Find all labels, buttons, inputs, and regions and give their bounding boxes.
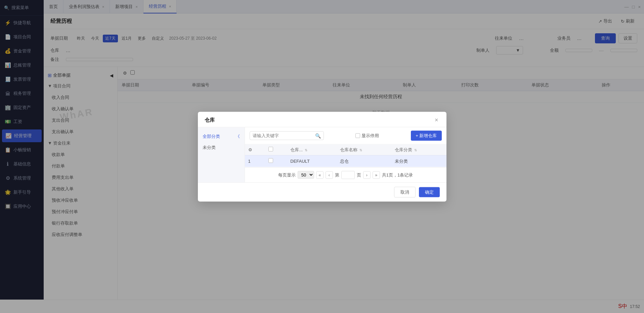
- modal-page-suffix: 页: [357, 172, 361, 178]
- modal-last-page[interactable]: »: [373, 171, 380, 179]
- row-check[interactable]: [265, 155, 287, 167]
- warehouse-modal: 仓库 × 全部分类 《 未分类 🔍 显示停用: [198, 112, 446, 201]
- show-disabled-checkbox[interactable]: [355, 133, 360, 138]
- modal-right-panel: 🔍 显示停用 + 新增仓库 ⚙ 仓库...: [245, 127, 446, 182]
- modal-close-button[interactable]: ×: [433, 116, 440, 123]
- modal-per-page-label: 每页显示: [278, 172, 296, 178]
- modal-select-all[interactable]: [268, 147, 273, 152]
- row-name: 总仓: [337, 155, 391, 167]
- modal-per-page-select[interactable]: 50: [298, 171, 314, 179]
- modal-next-page[interactable]: ›: [363, 171, 371, 179]
- modal-search-input[interactable]: [253, 133, 313, 138]
- modal-page-label: 第: [335, 172, 339, 178]
- modal-all-category[interactable]: 全部分类 《: [198, 130, 245, 142]
- table-row[interactable]: 1 DEFAULT 总仓 未分类: [245, 155, 446, 167]
- modal-col-category: 仓库分类 ⇅: [391, 144, 446, 155]
- collapse-left-icon[interactable]: 《: [235, 133, 240, 139]
- modal-body: 全部分类 《 未分类 🔍 显示停用 + 新增仓库: [198, 127, 446, 182]
- all-category-label: 全部分类: [203, 133, 220, 139]
- modal-col-check: [265, 144, 287, 155]
- modal-category-unclassified[interactable]: 未分类: [198, 142, 245, 153]
- modal-left-panel: 全部分类 《 未分类: [198, 127, 245, 182]
- modal-title: 仓库: [205, 117, 215, 123]
- modal-total-label: 共1页，1条记录: [382, 172, 413, 178]
- modal-table: ⚙ 仓库... ⇅ 仓库名称 ⇅ 仓库分类: [245, 144, 446, 167]
- modal-first-page[interactable]: «: [316, 171, 324, 179]
- modal-table-container: ⚙ 仓库... ⇅ 仓库名称 ⇅ 仓库分类: [245, 144, 446, 167]
- row-code: DEFAULT: [287, 155, 337, 167]
- modal-col-code: 仓库... ⇅: [287, 144, 337, 155]
- confirm-button[interactable]: 确定: [419, 187, 440, 197]
- modal-col-settings[interactable]: ⚙: [245, 144, 265, 155]
- search-icon: 🔍: [315, 133, 321, 138]
- show-disabled-checkbox-area[interactable]: 显示停用: [355, 132, 379, 139]
- modal-page-input[interactable]: 1: [341, 171, 355, 179]
- modal-pagination: 每页显示 50 « ‹ 第 1 页 › » 共1页，1条记录: [245, 167, 446, 182]
- modal-search-box: 🔍: [250, 131, 324, 140]
- show-disabled-label: 显示停用: [361, 132, 379, 139]
- row-category: 未分类: [391, 155, 446, 167]
- modal-header: 仓库 ×: [198, 112, 446, 127]
- row-no: 1: [245, 155, 265, 167]
- modal-col-name: 仓库名称 ⇅: [337, 144, 391, 155]
- modal-toolbar: 🔍 显示停用 + 新增仓库: [245, 127, 446, 144]
- add-warehouse-button[interactable]: + 新增仓库: [411, 130, 441, 141]
- modal-footer: 取消 确定: [198, 182, 446, 201]
- modal-prev-page[interactable]: ‹: [326, 171, 333, 179]
- cancel-button[interactable]: 取消: [394, 187, 416, 197]
